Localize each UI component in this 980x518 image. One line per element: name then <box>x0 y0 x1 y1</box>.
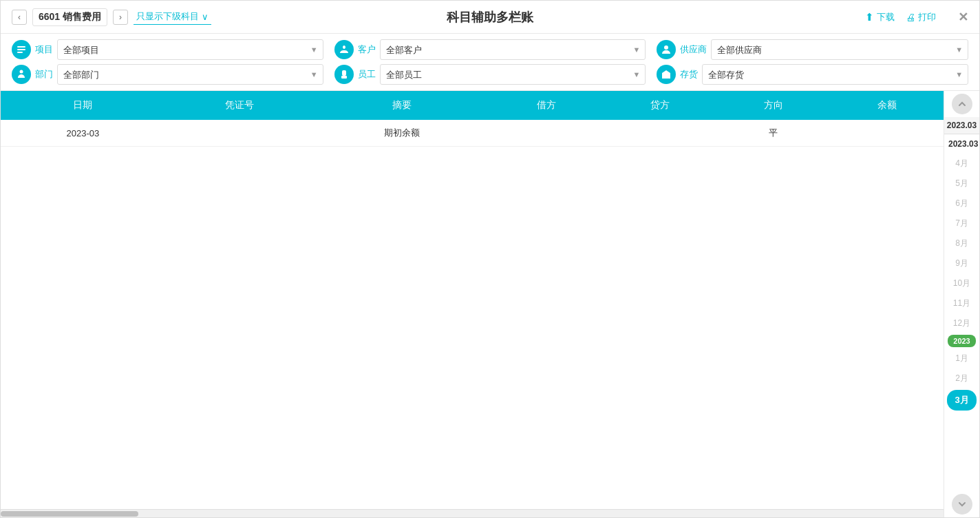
chevron-down-icon: ∨ <box>202 12 209 22</box>
supplier-label: 供应商 <box>680 43 707 56</box>
department-select[interactable]: 全部部门 <box>57 64 323 85</box>
timeline-item[interactable]: 6月 <box>944 194 979 214</box>
timeline-sidebar: 2023.032023.034月5月6月7月8月9月10月11月12月20231… <box>944 91 979 517</box>
svg-rect-7 <box>665 75 668 79</box>
svg-point-4 <box>20 70 23 74</box>
customer-select[interactable]: 全部客户 <box>380 39 646 60</box>
table-body: 2023-03 期初余额 平 <box>1 120 944 147</box>
col-voucher: 凭证号 <box>165 91 315 120</box>
cell-direction: 平 <box>716 120 830 147</box>
filter-row-1: 项目 全部项目 ▼ 客户 <box>12 39 968 60</box>
cell-date: 2023-03 <box>1 120 165 147</box>
timeline-up-button[interactable] <box>952 94 972 114</box>
inventory-icon <box>657 65 676 84</box>
department-icon <box>12 65 31 84</box>
project-select[interactable]: 全部项目 <box>57 39 323 60</box>
col-direction: 方向 <box>716 91 830 120</box>
col-date: 日期 <box>1 91 165 120</box>
customer-label: 客户 <box>358 43 376 56</box>
show-sub-button[interactable]: 只显示下级科目 ∨ <box>134 9 211 25</box>
col-balance: 余额 <box>830 91 944 120</box>
timeline-item[interactable]: 11月 <box>944 293 979 313</box>
title-bar-right: ⬆ 下载 🖨 打印 ✕ <box>865 10 968 25</box>
close-button[interactable]: ✕ <box>958 10 968 25</box>
prev-account-button[interactable]: ‹ <box>12 10 27 25</box>
project-icon <box>12 40 31 59</box>
next-account-button[interactable]: › <box>113 10 128 25</box>
cell-debit <box>490 120 604 147</box>
print-button[interactable]: 🖨 打印 <box>906 11 936 23</box>
filter-inventory: 存货 全部存货 ▼ <box>657 64 968 85</box>
inventory-label: 存货 <box>680 68 698 81</box>
timeline-item[interactable]: 1月 <box>944 349 979 369</box>
svg-point-3 <box>664 45 668 50</box>
employee-label: 员工 <box>358 68 376 81</box>
download-icon: ⬆ <box>865 11 874 23</box>
supplier-select-wrapper: 全部供应商 ▼ <box>711 39 968 60</box>
project-select-wrapper: 全部项目 ▼ <box>57 39 323 60</box>
cell-credit <box>603 120 716 147</box>
cell-balance <box>830 120 944 147</box>
employee-select[interactable]: 全部员工 <box>380 64 646 85</box>
title-bar-left: ‹ 6601 销售费用 › 只显示下级科目 ∨ <box>12 8 211 26</box>
timeline-item[interactable]: 2023.03 <box>944 117 979 134</box>
filter-row-2: 部门 全部部门 ▼ 员工 <box>12 64 968 85</box>
customer-select-wrapper: 全部客户 ▼ <box>380 39 646 60</box>
timeline-item[interactable]: 8月 <box>944 234 979 253</box>
timeline-item[interactable]: 7月 <box>944 214 979 234</box>
inventory-select-wrapper: 全部存货 ▼ <box>702 64 968 85</box>
supplier-icon <box>657 40 676 59</box>
table-row[interactable]: 2023-03 期初余额 平 <box>1 120 944 147</box>
filter-customer: 客户 全部客户 ▼ <box>334 39 646 60</box>
timeline-down-button[interactable] <box>952 494 972 515</box>
table-area: 日期 凭证号 摘要 借方 贷方 方向 余额 2023-03 期初余额 平 <box>1 91 944 517</box>
main-content: 日期 凭证号 摘要 借方 贷方 方向 余额 2023-03 期初余额 平 <box>1 91 979 517</box>
timeline-item[interactable]: 5月 <box>944 174 979 194</box>
project-label: 项目 <box>35 43 53 56</box>
col-credit: 贷方 <box>603 91 716 120</box>
customer-icon <box>334 40 354 59</box>
timeline-item[interactable]: 3月 <box>947 390 977 411</box>
page-title: 科目辅助多栏账 <box>447 9 533 25</box>
filter-bar: 项目 全部项目 ▼ 客户 <box>1 34 979 91</box>
supplier-select[interactable]: 全部供应商 <box>711 39 968 60</box>
department-select-wrapper: 全部部门 ▼ <box>57 64 323 85</box>
filter-project: 项目 全部项目 ▼ <box>12 39 323 60</box>
svg-rect-6 <box>341 76 347 79</box>
main-window: ‹ 6601 销售费用 › 只显示下级科目 ∨ 科目辅助多栏账 ⬆ 下载 🖨 打… <box>0 0 980 518</box>
cell-voucher <box>165 120 315 147</box>
timeline-item[interactable]: 2023.03 <box>947 136 977 152</box>
show-sub-label: 只显示下级科目 <box>136 10 199 23</box>
employee-icon <box>334 65 354 84</box>
filter-department: 部门 全部部门 ▼ <box>12 64 323 85</box>
scrollbar-thumb <box>1 511 138 517</box>
employee-select-wrapper: 全部员工 ▼ <box>380 64 646 85</box>
print-icon: 🖨 <box>906 12 915 23</box>
timeline-item[interactable]: 12月 <box>944 313 979 333</box>
timeline-item[interactable]: 10月 <box>944 273 979 293</box>
download-button[interactable]: ⬆ 下载 <box>865 11 895 23</box>
timeline-list: 2023.032023.034月5月6月7月8月9月10月11月12月20231… <box>944 117 979 491</box>
cell-summary: 期初余额 <box>315 120 490 147</box>
department-label: 部门 <box>35 68 53 81</box>
table-header: 日期 凭证号 摘要 借方 贷方 方向 余额 <box>1 91 944 120</box>
timeline-item[interactable]: 9月 <box>944 253 979 273</box>
svg-rect-1 <box>17 49 25 50</box>
col-summary: 摘要 <box>315 91 490 120</box>
title-bar: ‹ 6601 销售费用 › 只显示下级科目 ∨ 科目辅助多栏账 ⬆ 下载 🖨 打… <box>1 1 979 34</box>
empty-area <box>1 147 944 509</box>
inventory-select[interactable]: 全部存货 <box>702 64 968 85</box>
timeline-item[interactable]: 2023 <box>948 335 975 347</box>
svg-rect-0 <box>17 46 25 48</box>
svg-rect-5 <box>342 70 346 76</box>
timeline-item[interactable]: 4月 <box>944 154 979 174</box>
data-table: 日期 凭证号 摘要 借方 贷方 方向 余额 2023-03 期初余额 平 <box>1 91 944 147</box>
horizontal-scrollbar[interactable] <box>1 509 944 517</box>
timeline-item[interactable]: 2月 <box>944 369 979 388</box>
account-code: 6601 销售费用 <box>32 8 107 26</box>
col-debit: 借方 <box>490 91 604 120</box>
filter-supplier: 供应商 全部供应商 ▼ <box>657 39 968 60</box>
filter-employee: 员工 全部员工 ▼ <box>334 64 646 85</box>
svg-rect-2 <box>17 52 23 53</box>
